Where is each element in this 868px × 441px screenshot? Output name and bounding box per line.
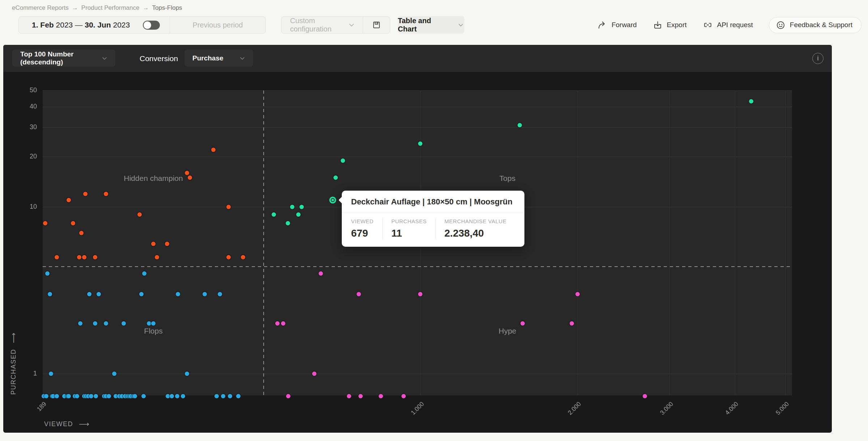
data-point-hype[interactable]: [643, 394, 647, 398]
data-point-flops[interactable]: [166, 394, 170, 398]
data-point-tops[interactable]: [518, 123, 522, 127]
export-icon: [653, 20, 663, 30]
api-request-button[interactable]: API request: [703, 20, 753, 30]
data-point-hype[interactable]: [286, 394, 290, 398]
data-point-hype[interactable]: [312, 372, 316, 376]
data-point-tops[interactable]: [299, 205, 304, 209]
data-point-hype[interactable]: [401, 394, 406, 398]
save-configuration-button[interactable]: [363, 17, 390, 33]
data-point-flops[interactable]: [78, 321, 82, 326]
data-point-hidden-champion[interactable]: [77, 255, 81, 259]
data-point-hidden-champion[interactable]: [93, 255, 97, 259]
date-range-value[interactable]: 1. Feb 2023—30. Jun 2023: [32, 21, 130, 29]
highlighted-point[interactable]: [329, 197, 336, 204]
data-point-flops[interactable]: [97, 292, 101, 296]
data-point-tops[interactable]: [418, 141, 422, 146]
custom-configuration-label: Custom configuration: [290, 17, 348, 33]
data-point-flops[interactable]: [104, 321, 108, 326]
data-point-hype[interactable]: [379, 394, 383, 398]
data-point-flops[interactable]: [170, 394, 174, 398]
data-point-hidden-champion[interactable]: [83, 192, 88, 196]
custom-configuration-select[interactable]: Custom configuration: [281, 17, 363, 33]
data-point-flops[interactable]: [151, 321, 156, 326]
data-point-hidden-champion[interactable]: [104, 192, 108, 196]
data-point-flops[interactable]: [48, 292, 52, 296]
data-point-flops[interactable]: [67, 394, 71, 398]
data-point-hidden-champion[interactable]: [71, 221, 75, 225]
data-point-tops[interactable]: [341, 158, 345, 163]
data-point-hidden-champion[interactable]: [241, 255, 245, 259]
data-point-flops[interactable]: [228, 394, 232, 398]
feedback-support-button[interactable]: Feedback & Support: [769, 17, 861, 33]
export-button[interactable]: Export: [653, 20, 687, 30]
data-point-hype[interactable]: [319, 271, 323, 276]
data-point-flops[interactable]: [133, 394, 137, 398]
forward-button[interactable]: Forward: [597, 20, 637, 30]
data-point-tops[interactable]: [286, 221, 290, 225]
data-point-flops[interactable]: [49, 372, 53, 376]
data-point-flops[interactable]: [44, 394, 48, 398]
data-point-flops[interactable]: [55, 394, 59, 398]
data-point-hidden-champion[interactable]: [67, 198, 71, 202]
y-gridline: [43, 90, 792, 91]
data-point-tops[interactable]: [272, 212, 276, 217]
data-point-flops[interactable]: [176, 292, 180, 296]
data-point-tops[interactable]: [333, 175, 338, 180]
data-point-flops[interactable]: [236, 394, 241, 398]
data-point-hype[interactable]: [281, 321, 285, 326]
data-point-flops[interactable]: [89, 394, 93, 398]
data-point-hidden-champion[interactable]: [155, 255, 159, 259]
data-point-hidden-champion[interactable]: [82, 255, 86, 259]
data-point-hidden-champion[interactable]: [226, 205, 231, 209]
data-point-hype[interactable]: [575, 292, 580, 296]
data-point-hidden-champion[interactable]: [137, 212, 142, 217]
breadcrumb-item[interactable]: Product Performance: [81, 4, 140, 12]
data-point-flops[interactable]: [112, 372, 116, 376]
data-point-hidden-champion[interactable]: [151, 242, 156, 246]
data-point-hype[interactable]: [347, 394, 351, 398]
y-tick-label: 50: [30, 86, 37, 94]
data-point-flops[interactable]: [107, 394, 111, 398]
top-filter-select[interactable]: Top 100 Number (descending): [12, 50, 115, 67]
data-point-flops[interactable]: [185, 372, 189, 376]
data-point-flops[interactable]: [45, 271, 50, 276]
view-mode-select[interactable]: Table and Chart: [398, 16, 464, 34]
data-point-flops[interactable]: [203, 292, 207, 296]
data-point-flops[interactable]: [141, 394, 146, 398]
data-point-hidden-champion[interactable]: [211, 148, 216, 152]
data-point-hidden-champion[interactable]: [165, 242, 169, 246]
data-point-flops[interactable]: [147, 321, 151, 326]
data-point-flops[interactable]: [221, 394, 225, 398]
info-icon[interactable]: i: [812, 53, 824, 64]
data-point-hype[interactable]: [357, 292, 361, 296]
data-point-flops[interactable]: [181, 394, 185, 398]
data-point-flops[interactable]: [122, 321, 126, 326]
data-point-flops[interactable]: [75, 394, 79, 398]
data-point-hype[interactable]: [418, 292, 422, 296]
data-point-hype[interactable]: [520, 321, 525, 326]
data-point-tops[interactable]: [290, 205, 294, 209]
data-point-hype[interactable]: [570, 321, 574, 326]
data-point-hype[interactable]: [358, 394, 363, 398]
breadcrumb-item[interactable]: eCommerce Reports: [12, 4, 69, 12]
data-point-hidden-champion[interactable]: [55, 255, 59, 259]
data-point-hidden-champion[interactable]: [79, 231, 84, 235]
data-point-hidden-champion[interactable]: [188, 175, 192, 180]
data-point-tops[interactable]: [296, 212, 301, 217]
data-point-flops[interactable]: [218, 292, 222, 296]
data-point-flops[interactable]: [94, 394, 98, 398]
data-point-flops[interactable]: [214, 394, 219, 398]
data-point-hidden-champion[interactable]: [43, 221, 47, 225]
previous-period-toggle[interactable]: [143, 21, 160, 30]
y-gridline: [43, 127, 792, 128]
data-point-tops[interactable]: [749, 99, 753, 103]
data-point-flops[interactable]: [175, 394, 179, 398]
data-point-hidden-champion[interactable]: [226, 255, 231, 259]
data-point-flops[interactable]: [142, 271, 146, 276]
data-point-flops[interactable]: [93, 321, 97, 326]
conversion-select[interactable]: Purchase: [184, 50, 253, 67]
data-point-hidden-champion[interactable]: [185, 171, 189, 175]
data-point-hype[interactable]: [275, 321, 280, 326]
data-point-flops[interactable]: [87, 292, 92, 296]
data-point-flops[interactable]: [139, 292, 144, 296]
